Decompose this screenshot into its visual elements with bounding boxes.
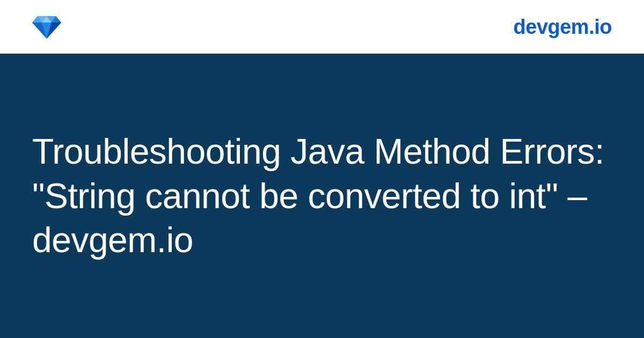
page-title: Troubleshooting Java Method Errors: "Str… [32, 129, 612, 262]
header: devgem.io [0, 0, 644, 54]
hero-section: Troubleshooting Java Method Errors: "Str… [0, 54, 644, 338]
gem-icon [32, 14, 61, 40]
site-name[interactable]: devgem.io [514, 16, 612, 39]
